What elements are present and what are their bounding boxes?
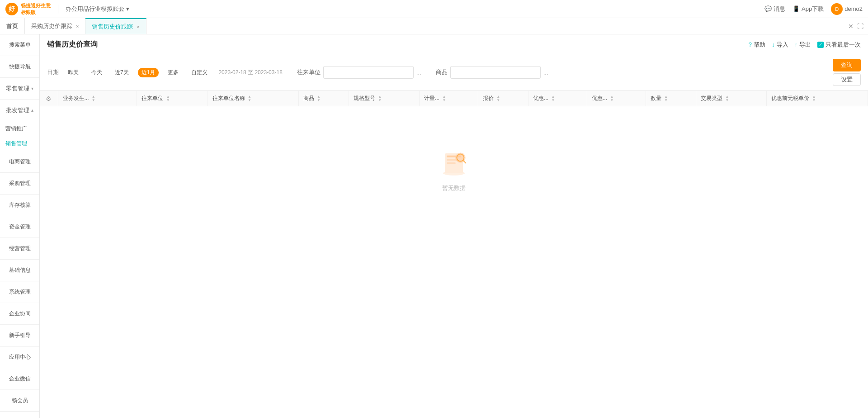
top-bar: 好 畅捷通好生意 标账版 办公用品行业模拟账套 ▾ 💬 消息 📱 App下载 D… <box>0 0 868 18</box>
sidebar-item-inventory[interactable]: 库存核算 <box>0 195 39 216</box>
sort-price: ▲▼ <box>496 95 500 102</box>
avatar: D <box>831 3 843 15</box>
sort-unit-name: ▲▼ <box>248 95 251 102</box>
sidebar-item-ecommerce[interactable]: 电商管理 <box>0 151 39 173</box>
sort-product: ▲▼ <box>317 95 321 102</box>
tab-close-all-icon[interactable]: ✕ <box>848 23 854 30</box>
gear-icon[interactable]: ⚙ <box>46 95 52 102</box>
table-header-row: ⚙ 业务发生... ▲▼ 往来单位 ▲▼ 往来单位名称 ▲▼ <box>40 91 868 106</box>
message-icon: 💬 <box>764 5 772 12</box>
export-label: 导出 <box>799 41 811 49</box>
date-yesterday-btn[interactable]: 昨天 <box>64 68 82 77</box>
logo-text: 畅捷通好生意 标账版 <box>21 2 51 15</box>
th-spec[interactable]: 规格型号 ▲▼ <box>349 91 419 106</box>
svg-line-7 <box>463 161 466 163</box>
top-bar-left: 好 畅捷通好生意 标账版 办公用品行业模拟账套 ▾ <box>5 2 129 15</box>
product-dots[interactable]: ... <box>543 69 548 76</box>
date-7days-btn[interactable]: 近7天 <box>111 68 132 77</box>
top-divider <box>58 5 58 14</box>
query-btn[interactable]: 查询 <box>833 59 861 71</box>
tab-home[interactable]: 首页 <box>0 18 25 34</box>
basic-label: 基础信息 <box>9 266 31 274</box>
tab-bar: 首页 采购历史价跟踪 × 销售历史价跟踪 × ✕ ⛶ <box>0 18 868 34</box>
top-bar-right: 💬 消息 📱 App下载 D demo2 <box>764 3 863 15</box>
th-no-tax-price[interactable]: 优惠前无税单价 ▲▼ <box>767 91 868 106</box>
sidebar-item-enterprise[interactable]: 企业协同 <box>0 303 39 325</box>
sidebar-item-purchase[interactable]: 采购管理 <box>0 173 39 195</box>
sidebar-item-operations[interactable]: 经营管理 <box>0 238 39 260</box>
apps-label: 应用中心 <box>9 353 31 361</box>
help-label: 帮助 <box>754 41 765 49</box>
date-1month-btn[interactable]: 近1月 <box>138 68 159 77</box>
sidebar-item-system[interactable]: 系统管理 <box>0 281 39 303</box>
only-last-checkbox[interactable]: ✓ 只看最后一次 <box>817 41 861 49</box>
source-unit-input[interactable] <box>323 66 414 79</box>
export-btn[interactable]: ↑ 导出 <box>795 41 811 49</box>
phone-icon: 📱 <box>793 5 800 12</box>
tab-purchase-close[interactable]: × <box>76 24 79 29</box>
sidebar-item-search[interactable]: 搜索菜单 <box>0 34 39 56</box>
tab-sales-close[interactable]: × <box>137 24 139 29</box>
tab-purchase[interactable]: 采购历史价跟踪 × <box>25 18 85 34</box>
sidebar-item-basic[interactable]: 基础信息 <box>0 260 39 281</box>
member-label: 畅会员 <box>12 397 28 404</box>
sort-trade-type: ▲▼ <box>725 95 729 102</box>
sidebar-item-sales-mgmt[interactable]: 销售管理 <box>0 136 39 151</box>
app-download-label: App下载 <box>802 5 824 13</box>
sidebar-item-marketing[interactable]: 营销推广 <box>0 121 39 136</box>
marketing-label: 营销推广 <box>5 125 27 133</box>
sidebar-item-apps[interactable]: 应用中心 <box>0 347 39 368</box>
import-icon: ↓ <box>772 41 775 48</box>
wholesale-arrow: ▴ <box>31 108 33 113</box>
tab-actions: ✕ ⛶ <box>844 18 868 34</box>
sidebar-item-guide[interactable]: 新手引导 <box>0 325 39 347</box>
user-menu[interactable]: D demo2 <box>831 3 863 15</box>
th-unit-code[interactable]: 往来单位 ▲▼ <box>137 91 208 106</box>
message-label: 消息 <box>774 5 785 13</box>
help-icon: ? <box>749 41 752 48</box>
tab-sales[interactable]: 销售历史价跟踪 × <box>85 18 146 34</box>
import-btn[interactable]: ↓ 导入 <box>772 41 788 49</box>
th-discount1[interactable]: 优惠... ▲▼ <box>528 91 587 106</box>
th-qty[interactable]: 数量 ▲▼ <box>646 91 696 106</box>
th-product[interactable]: 商品 ▲▼ <box>298 91 349 106</box>
th-discount2[interactable]: 优惠... ▲▼ <box>587 91 646 106</box>
enterprise-label: 企业协同 <box>9 310 31 318</box>
sidebar-item-retail[interactable]: 零售管理 ▾ <box>0 78 39 100</box>
date-today-btn[interactable]: 今天 <box>88 68 106 77</box>
th-unit-name[interactable]: 往来单位名称 ▲▼ <box>208 91 298 106</box>
ecommerce-label: 电商管理 <box>9 158 31 166</box>
sidebar-item-quick[interactable]: 快捷导航 <box>0 56 39 78</box>
sort-discount1: ▲▼ <box>551 95 555 102</box>
sidebar-item-wechat[interactable]: 企业微信 <box>0 368 39 390</box>
date-more-btn[interactable]: 更多 <box>164 68 182 77</box>
retail-arrow: ▾ <box>31 86 33 91</box>
th-unit-measure[interactable]: 计量... ▲▼ <box>420 91 478 106</box>
th-price[interactable]: 报价 ▲▼ <box>478 91 528 106</box>
date-range-display: 2023-02-18 至 2023-03-18 <box>218 69 282 76</box>
sidebar-item-finance[interactable]: 资金管理 <box>0 216 39 238</box>
source-unit-dots[interactable]: ... <box>416 69 421 76</box>
date-custom-btn[interactable]: 自定义 <box>188 68 211 77</box>
tab-sales-label: 销售历史价跟踪 <box>92 23 133 31</box>
th-biz-date[interactable]: 业务发生... ▲▼ <box>58 91 137 106</box>
chevron-down-icon: ▾ <box>126 5 129 12</box>
checkbox-box: ✓ <box>817 42 824 48</box>
sort-unit-code: ▲▼ <box>166 95 170 102</box>
sort-unit-measure: ▲▼ <box>442 95 446 102</box>
tab-spacer <box>146 18 844 34</box>
settings-btn[interactable]: 设置 <box>833 73 861 86</box>
app-download-btn[interactable]: 📱 App下载 <box>793 5 824 13</box>
user-name: demo2 <box>844 5 863 12</box>
sort-spec: ▲▼ <box>378 95 382 102</box>
th-trade-type[interactable]: 交易类型 ▲▼ <box>696 91 767 106</box>
message-btn[interactable]: 💬 消息 <box>764 5 785 13</box>
sidebar-item-member[interactable]: 畅会员 <box>0 390 39 412</box>
sidebar-item-wholesale[interactable]: 批发管理 ▴ <box>0 100 39 121</box>
tab-fullscreen-icon[interactable]: ⛶ <box>857 23 863 30</box>
help-btn[interactable]: ? 帮助 <box>749 41 765 49</box>
workspace-selector[interactable]: 办公用品行业模拟账套 ▾ <box>66 5 129 13</box>
product-input[interactable] <box>450 66 541 79</box>
product-field: 商品 ... <box>436 66 548 79</box>
filter-row: 日期 昨天 今天 近7天 近1月 更多 自定义 2023-02-18 至 202… <box>40 54 868 91</box>
